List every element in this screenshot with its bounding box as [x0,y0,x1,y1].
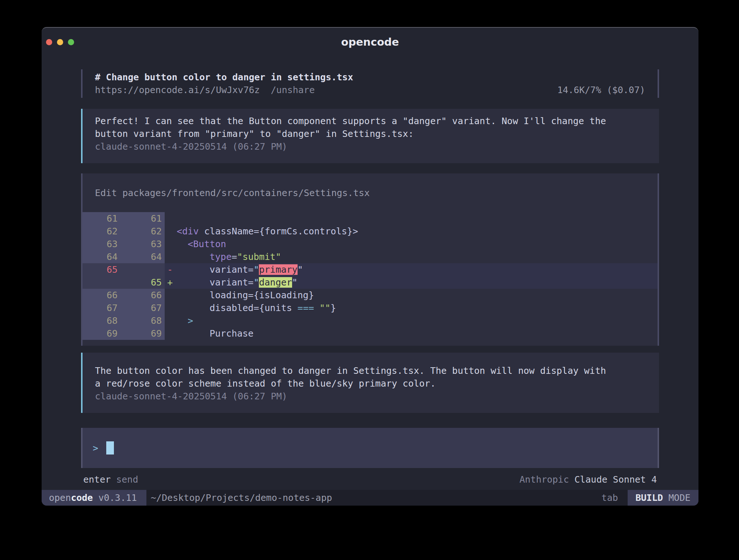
text-cursor [106,441,114,454]
line-number-old: 61 [83,212,120,225]
provider-label: Anthropic [520,473,569,486]
diff-row: 6363<Button [83,238,658,250]
app-version: v0.3.11 [98,492,137,503]
main-content: # Change button color to danger in setti… [42,69,698,486]
line-number-old: 69 [83,327,120,340]
mode-name: BUILD [636,492,663,503]
message-line: a red/rose color scheme instead of the b… [95,377,649,390]
diff-marker [165,302,177,314]
assistant-message: Perfect! I can see that the Button compo… [81,109,659,163]
diff-marker: - [165,263,177,276]
opencode-window: opencode # Change button color to danger… [42,27,698,506]
code-line: variant="primary" [177,263,658,276]
diff-marker [165,314,177,327]
model-label: Claude Sonnet 4 [574,473,657,486]
diff-row: 6767disabled={units === ""} [83,302,658,314]
model-timestamp-line: claude-sonnet-4-20250514 (06:27 PM) [95,140,649,153]
session-header: # Change button color to danger in setti… [81,69,659,98]
diff-row: 6969Purchase [83,327,658,340]
line-number-new: 69 [120,327,165,340]
prompt-input[interactable]: > [81,428,659,468]
code-line [177,212,658,225]
line-number-new: 62 [120,225,165,238]
code-line: > [177,314,658,327]
model-indicator: Anthropic Claude Sonnet 4 [520,473,657,486]
working-directory: ~/Desktop/Projects/demo-notes-app [151,490,332,506]
line-number-new: 63 [120,238,165,250]
titlebar: opencode [42,28,698,69]
message-line: Perfect! I can see that the Button compo… [95,115,649,127]
mode-chip[interactable]: BUILD MODE [628,490,698,506]
diff-row: 65+variant="danger" [83,276,658,289]
send-action-label: send [116,473,138,486]
code-line: <div className={formCs.controls}> [177,225,658,238]
code-line: type="submit" [177,250,658,263]
code-line: Purchase [177,327,658,340]
prompt-chevron-icon: > [93,443,98,453]
window-title: opencode [42,36,698,48]
diff-marker [165,327,177,340]
session-title: # Change button color to danger in setti… [95,71,645,84]
line-number-new: 61 [120,212,165,225]
context-usage: 14.6K/7% ($0.07) [557,84,645,96]
line-number-new: 68 [120,314,165,327]
diff-marker [165,289,177,302]
share-url[interactable]: https://opencode.ai/s/UwJxv76z [95,84,260,96]
line-number-old [83,276,120,289]
model-timestamp-line: claude-sonnet-4-20250514 (06:27 PM) [95,390,649,403]
line-number-old: 62 [83,225,120,238]
diff-row: 6262<div className={formCs.controls}> [83,225,658,238]
code-line: <Button [177,238,658,250]
line-number-old: 64 [83,250,120,263]
edit-tool-header: Edit packages/frontend/src/containers/Se… [83,187,658,199]
diff-row: 6666loading={isLoading} [83,289,658,302]
unshare-command[interactable]: /unshare [271,84,315,96]
diff-marker [165,250,177,263]
line-number-old: 67 [83,302,120,314]
diff-row: 6464type="submit" [83,250,658,263]
line-number-new: 64 [120,250,165,263]
app-name-prefix: open [49,492,71,503]
footer-hints: enter send Anthropic Claude Sonnet 4 [81,473,659,486]
app-name-suffix: code [71,492,93,503]
status-bar: opencode v0.3.11 ~/Desktop/Projects/demo… [42,490,698,506]
line-number-new: 65 [120,276,165,289]
diff-row: 6161 [83,212,658,225]
diff-marker [165,225,177,238]
diff-view: 61616262<div className={formCs.controls}… [83,212,658,340]
message-line: button variant from "primary" to "danger… [95,127,649,140]
code-line: loading={isLoading} [177,289,658,302]
code-line: variant="danger" [177,276,658,289]
assistant-message: The button color has been changed to dan… [81,353,659,413]
line-number-new [120,263,165,276]
line-number-old: 66 [83,289,120,302]
enter-key-hint: enter [83,473,111,486]
line-number-old: 65 [83,263,120,276]
line-number-old: 68 [83,314,120,327]
diff-row: 6868> [83,314,658,327]
session-meta: https://opencode.ai/s/UwJxv76z /unshare … [95,84,645,96]
edit-tool-block: Edit packages/frontend/src/containers/Se… [81,173,659,346]
message-line: The button color has been changed to dan… [95,364,649,377]
line-number-new: 67 [120,302,165,314]
line-number-new: 66 [120,289,165,302]
diff-marker [165,212,177,225]
diff-row: 65-variant="primary" [83,263,658,276]
diff-marker: + [165,276,177,289]
line-number-old: 63 [83,238,120,250]
mode-suffix: MODE [669,492,690,503]
app-version-chip: opencode v0.3.11 [42,490,146,506]
code-line: disabled={units === ""} [177,302,658,314]
diff-marker [165,238,177,250]
tab-key-hint: tab [601,490,618,506]
